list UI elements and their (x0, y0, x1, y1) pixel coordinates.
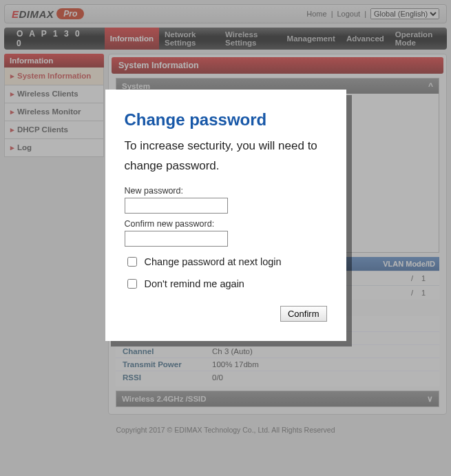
modal-overlay: Change password To increase secturity, y… (0, 0, 451, 476)
dont-remind-checkbox[interactable] (127, 279, 137, 289)
confirm-button[interactable]: Confirm (280, 306, 327, 322)
new-password-input[interactable] (125, 198, 228, 214)
modal-body: To increase secturity, you will need to … (125, 136, 327, 176)
change-next-login-label: Change password at next login (145, 256, 282, 267)
change-password-modal: Change password To increase secturity, y… (105, 90, 346, 341)
change-next-login-checkbox[interactable] (127, 257, 137, 267)
confirm-password-input[interactable] (125, 231, 228, 247)
new-password-label: New password: (125, 186, 327, 196)
confirm-password-label: Confirm new password: (125, 219, 327, 229)
modal-title: Change password (125, 110, 327, 130)
dont-remind-label: Don't remind me again (145, 278, 244, 289)
